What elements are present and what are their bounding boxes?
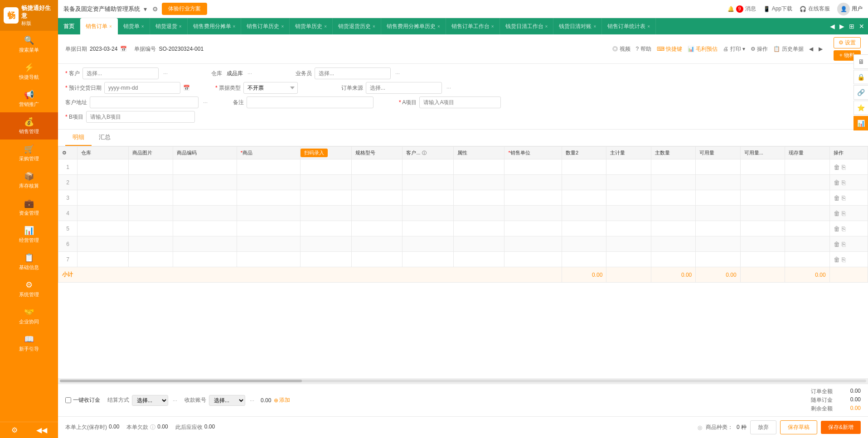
cell-warehouse[interactable] [78, 190, 129, 206]
cell-available2[interactable] [740, 206, 785, 221]
cell-main-unit[interactable] [606, 190, 651, 206]
sidebar-item-资金管理[interactable]: 💼资金管理 [0, 194, 58, 221]
cell-current[interactable] [785, 236, 829, 252]
copy-icon[interactable]: ⎘ [842, 194, 845, 202]
warehouse-more-icon[interactable]: ··· [247, 70, 252, 77]
cell-unit[interactable] [504, 190, 562, 206]
invoice-type-select[interactable]: 不开票 [243, 82, 298, 94]
cell-available2[interactable] [740, 190, 785, 206]
tab-销货退货[interactable]: 销货退货× [150, 18, 188, 34]
cell-warehouse[interactable] [78, 175, 129, 190]
sidebar-item-营销推广[interactable]: 📢营销推广 [0, 85, 58, 112]
profit-btn[interactable]: 📊 毛利预估 [688, 45, 718, 53]
cell-spec[interactable] [351, 175, 402, 190]
scroll-thumb[interactable] [60, 380, 302, 382]
calendar-icon[interactable]: 📅 [120, 46, 127, 52]
cell-customer-col[interactable] [402, 236, 454, 252]
customer-input[interactable] [82, 67, 159, 79]
cell-customer-col[interactable] [402, 175, 454, 190]
settings-icon[interactable]: ⚙ [11, 426, 18, 434]
app-download-item[interactable]: 📱 App下载 [763, 5, 792, 13]
cell-attr[interactable] [453, 221, 504, 236]
tab-钱货日清对账[interactable]: 钱货日清对账× [553, 18, 602, 34]
history-btn[interactable]: 📋 历史单据 [773, 45, 803, 53]
tab-销货单历史[interactable]: 销货单历史× [290, 18, 333, 34]
tab-销售订单统计表[interactable]: 销售订单统计表× [602, 18, 656, 34]
date-value[interactable]: 2023-03-24 [90, 46, 117, 52]
notification-item[interactable]: 🔔 9 消息 [727, 5, 756, 13]
cell-attr[interactable] [453, 206, 504, 221]
cell-spec[interactable] [351, 159, 402, 175]
tab-next-arrow[interactable]: ▶ [838, 22, 846, 31]
cell-main-qty[interactable] [651, 190, 695, 206]
cell-product[interactable] [237, 159, 301, 175]
cell-attr[interactable] [453, 159, 504, 175]
cell-main-qty[interactable] [651, 236, 695, 252]
settings-gear-icon[interactable]: ⚙ [152, 5, 158, 13]
col-scan[interactable]: 扫码录入 [301, 147, 352, 159]
cell-available[interactable] [696, 221, 740, 236]
right-panel-star-icon[interactable]: ⭐ [853, 101, 868, 115]
cell-unit[interactable] [504, 252, 562, 267]
col-settings[interactable]: ⚙ [58, 147, 78, 159]
salesperson-more-icon[interactable]: ··· [395, 70, 400, 77]
draft-button[interactable]: 保存草稿 [780, 420, 817, 434]
cell-image[interactable] [128, 221, 173, 236]
online-service-item[interactable]: 🎧 在线客服 [800, 5, 830, 13]
tab-close-btn[interactable]: × [437, 24, 440, 29]
account-more-icon[interactable]: ··· [250, 397, 254, 404]
tab-close-btn[interactable]: × [373, 24, 375, 29]
cell-code[interactable] [173, 206, 237, 221]
cell-current[interactable] [785, 252, 829, 267]
tab-销售订单工作台[interactable]: 销售订单工作台× [446, 18, 500, 34]
cell-qty2[interactable] [562, 190, 606, 206]
user-menu[interactable]: 👤 用户 [837, 3, 863, 15]
tab-close-btn[interactable]: × [647, 24, 650, 29]
tab-首页[interactable]: 首页 [58, 18, 80, 34]
delete-icon[interactable]: 🗑 [834, 194, 840, 202]
cell-product[interactable] [237, 236, 301, 252]
sidebar-logo[interactable]: 畅 畅捷通好生意 标版 [0, 0, 58, 31]
one-click-checkout-checkbox[interactable]: 一键收订金 [65, 396, 100, 404]
cell-available[interactable] [696, 190, 740, 206]
cell-warehouse[interactable] [78, 206, 129, 221]
cell-current[interactable] [785, 175, 829, 190]
customer-address-input[interactable] [90, 96, 199, 108]
copy-icon[interactable]: ⎘ [842, 210, 845, 217]
cell-main-unit[interactable] [606, 206, 651, 221]
cell-code[interactable] [173, 190, 237, 206]
sidebar-item-搜索菜单[interactable]: 🔍搜索菜单 [0, 31, 58, 58]
cell-warehouse[interactable] [78, 221, 129, 236]
tab-prev-arrow[interactable]: ◀ [828, 22, 837, 31]
cell-qty2[interactable] [562, 236, 606, 252]
cell-main-qty[interactable] [651, 221, 695, 236]
video-btn[interactable]: ◎ 视频 [612, 45, 630, 53]
delete-icon[interactable]: 🗑 [834, 179, 840, 186]
cell-code[interactable] [173, 175, 237, 190]
cell-code[interactable] [173, 159, 237, 175]
tab-close-btn[interactable]: × [233, 24, 236, 29]
cell-main-unit[interactable] [606, 175, 651, 190]
order-source-more-icon[interactable]: ··· [446, 85, 451, 91]
delivery-calendar-icon[interactable]: 📅 [183, 85, 190, 91]
discard-button[interactable]: 放弃 [750, 420, 776, 434]
tab-销货退货历史[interactable]: 销货退货历史× [333, 18, 381, 34]
cell-main-unit[interactable] [606, 159, 651, 175]
cell-available2[interactable] [740, 175, 785, 190]
cell-warehouse[interactable] [78, 236, 129, 252]
cell-qty2[interactable] [562, 175, 606, 190]
one-click-checkout-check[interactable] [65, 397, 71, 403]
cell-available[interactable] [696, 159, 740, 175]
cell-warehouse[interactable] [78, 159, 129, 175]
cell-available2[interactable] [740, 159, 785, 175]
help-btn[interactable]: ? 帮助 [636, 45, 651, 53]
tab-销售订单历史[interactable]: 销售订单历史× [241, 18, 290, 34]
cell-unit[interactable] [504, 206, 562, 221]
cell-spec[interactable] [351, 221, 402, 236]
dropdown-icon[interactable]: ▾ [144, 5, 147, 13]
delete-icon[interactable]: 🗑 [834, 241, 840, 248]
cell-spec[interactable] [351, 252, 402, 267]
account-select[interactable]: 选择... [209, 395, 245, 406]
cell-code[interactable] [173, 221, 237, 236]
cell-available2[interactable] [740, 221, 785, 236]
